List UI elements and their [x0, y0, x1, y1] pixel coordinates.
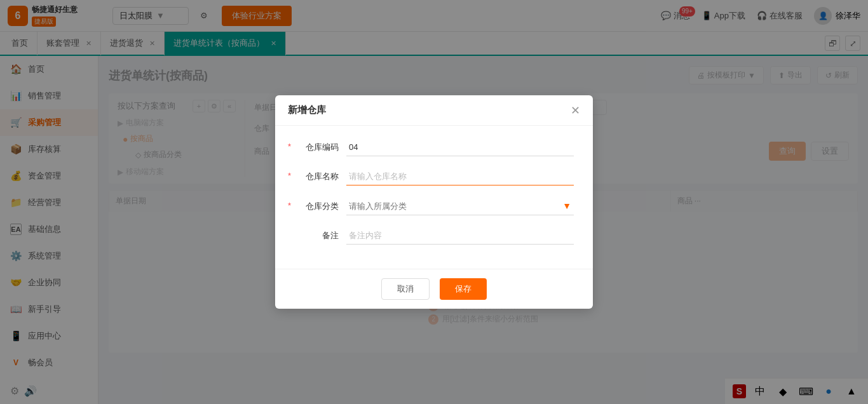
- warehouse-name-input[interactable]: [346, 168, 574, 185]
- warehouse-name-label: 仓库名称: [294, 171, 339, 182]
- warehouse-code-label: 仓库编码: [294, 142, 339, 153]
- warehouse-code-input[interactable]: [346, 138, 574, 156]
- cancel-button[interactable]: 取消: [381, 278, 430, 300]
- warehouse-remark-label: 备注: [294, 230, 339, 241]
- modal-title: 新增仓库: [288, 104, 326, 116]
- warehouse-category-input[interactable]: [349, 201, 562, 211]
- form-row-category: 仓库分类 ▼: [294, 197, 574, 215]
- category-dropdown-arrow: ▼: [562, 201, 571, 211]
- warehouse-remark-input[interactable]: [346, 227, 574, 245]
- modal-close-button[interactable]: ✕: [571, 105, 580, 116]
- form-row-remark: 备注: [294, 227, 574, 245]
- form-row-name: 仓库名称: [294, 168, 574, 185]
- warehouse-category-label: 仓库分类: [294, 201, 339, 212]
- add-warehouse-modal: 新增仓库 ✕ 仓库编码 仓库名称 仓库分类 ▼: [275, 95, 593, 309]
- form-row-code: 仓库编码: [294, 138, 574, 156]
- modal-header: 新增仓库 ✕: [275, 95, 593, 126]
- save-button[interactable]: 保存: [440, 278, 487, 300]
- modal-footer: 取消 保存: [275, 269, 593, 309]
- modal-overlay: 新增仓库 ✕ 仓库编码 仓库名称 仓库分类 ▼: [0, 0, 868, 404]
- modal-body: 仓库编码 仓库名称 仓库分类 ▼ 备注: [275, 126, 593, 269]
- warehouse-category-input-row: ▼: [346, 197, 574, 215]
